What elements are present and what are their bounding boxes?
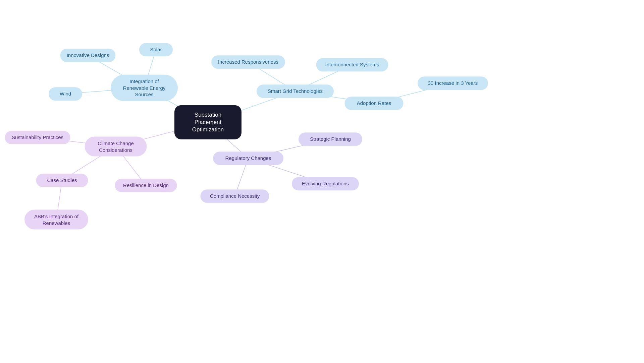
node-wind[interactable]: Wind bbox=[49, 87, 82, 101]
node-case-studies[interactable]: Case Studies bbox=[36, 174, 88, 187]
node-strategic-planning[interactable]: Strategic Planning bbox=[299, 132, 362, 146]
node-increased-responsiveness[interactable]: Increased Responsiveness bbox=[211, 55, 285, 69]
node-innovative-designs[interactable]: Innovative Designs bbox=[60, 49, 116, 62]
node-center[interactable]: Substation Placement Optimization bbox=[174, 105, 241, 139]
node-compliance-necessity[interactable]: Compliance Necessity bbox=[201, 189, 269, 203]
node-abbs-integration[interactable]: ABB's Integration of Renewables bbox=[24, 210, 88, 230]
node-evolving-regulations[interactable]: Evolving Regulations bbox=[292, 177, 359, 190]
node-climate-change[interactable]: Climate Change Considerations bbox=[85, 137, 147, 157]
node-integration-renewable[interactable]: Integration of Renewable Energy Sources bbox=[111, 75, 178, 101]
node-resilience-in-design[interactable]: Resilience in Design bbox=[115, 179, 177, 192]
node-adoption-rates[interactable]: Adoption Rates bbox=[345, 97, 404, 110]
node-solar[interactable]: Solar bbox=[139, 43, 173, 56]
node-regulatory-changes[interactable]: Regulatory Changes bbox=[213, 152, 283, 165]
mind-map-container: Substation Placement OptimizationIntegra… bbox=[0, 0, 644, 363]
node-interconnected-systems[interactable]: Interconnected Systems bbox=[316, 58, 388, 71]
node-smart-grid[interactable]: Smart Grid Technologies bbox=[257, 84, 334, 98]
node-30-increase[interactable]: 30 Increase in 3 Years bbox=[418, 76, 488, 90]
node-sustainability-practices[interactable]: Sustainability Practices bbox=[5, 131, 70, 144]
